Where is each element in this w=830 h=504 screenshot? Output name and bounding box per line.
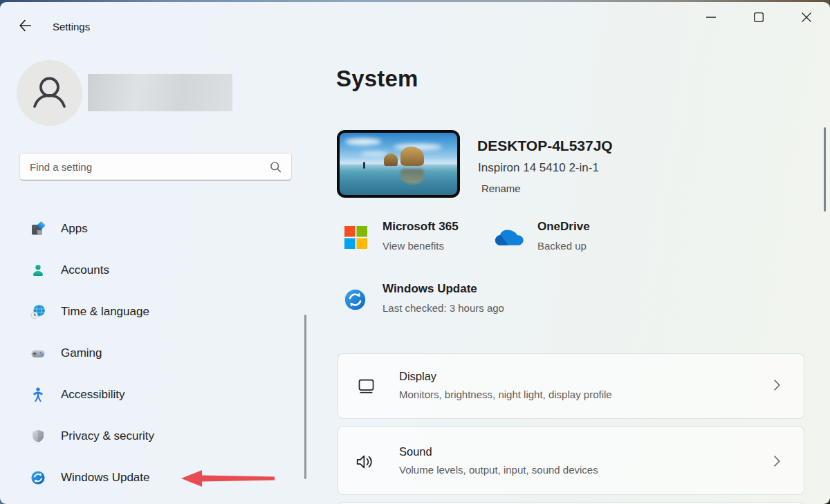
device-model: Inspiron 14 5410 2-in-1 (478, 161, 599, 175)
sidebar-item-apps[interactable]: Apps (11, 214, 296, 244)
sidebar-item-label: Accounts (61, 263, 109, 277)
page-title: System (336, 66, 418, 92)
windows-update-icon (30, 470, 46, 485)
windows-update-badge[interactable]: Windows Update Last checked: 3 hours ago (344, 282, 504, 314)
onedrive-icon (495, 229, 524, 252)
minimize-icon (706, 17, 716, 18)
search-box[interactable] (19, 153, 292, 180)
main-scrollbar[interactable] (824, 127, 826, 212)
card-subtitle: Monitors, brightness, night light, displ… (399, 389, 612, 400)
back-arrow-icon (18, 19, 33, 32)
time-language-icon (30, 304, 46, 319)
app-title: Settings (53, 21, 90, 32)
badge-title: Windows Update (382, 282, 504, 296)
device-wallpaper-thumbnail (337, 130, 460, 198)
badge-title: OneDrive (537, 220, 590, 234)
caption-controls (687, 2, 830, 32)
sidebar-item-label: Windows Update (61, 471, 150, 485)
close-button[interactable] (782, 2, 830, 32)
card-subtitle: Volume levels, output, input, sound devi… (399, 464, 598, 476)
sidebar-item-label: Gaming (61, 346, 102, 360)
annotation-red-arrow (181, 469, 276, 488)
person-icon (17, 60, 82, 126)
sidebar-item-label: Apps (61, 222, 88, 236)
privacy-security-icon (30, 429, 46, 444)
settings-window: Settings (0, 2, 830, 504)
close-icon (802, 12, 811, 22)
sidebar-item-privacy-security[interactable]: Privacy & security (11, 421, 296, 451)
display-card[interactable]: Display Monitors, brightness, night ligh… (338, 353, 804, 419)
accounts-icon (30, 263, 46, 278)
sidebar-item-label: Accessibility (61, 388, 125, 402)
search-icon (270, 161, 282, 173)
badge-subtitle: Last checked: 3 hours ago (382, 302, 504, 314)
avatar[interactable] (17, 60, 82, 126)
back-button[interactable] (11, 12, 39, 39)
onedrive-badge[interactable]: OneDrive Backed up (495, 220, 590, 252)
sidebar-item-label: Time & language (61, 305, 149, 319)
badge-title: Microsoft 365 (382, 220, 459, 234)
maximize-icon (754, 12, 764, 22)
gaming-icon (30, 346, 46, 361)
sidebar-item-label: Privacy & security (61, 429, 154, 443)
sidebar-item-gaming[interactable]: Gaming (11, 338, 296, 368)
apps-icon (30, 221, 46, 236)
search-input[interactable] (20, 161, 270, 173)
maximize-button[interactable] (735, 2, 782, 32)
sound-card[interactable]: Sound Volume levels, output, input, soun… (338, 426, 804, 495)
sidebar-item-time-language[interactable]: Time & language (11, 297, 296, 327)
display-icon (356, 376, 376, 396)
chevron-right-icon (774, 380, 780, 391)
titlebar: Settings (0, 2, 830, 44)
microsoft-365-icon (344, 226, 367, 252)
device-name: DESKTOP-4L537JQ (477, 138, 613, 154)
sidebar-item-accounts[interactable]: Accounts (11, 255, 296, 286)
accessibility-icon (30, 387, 46, 402)
rename-button[interactable]: Rename (481, 183, 521, 194)
card-title: Sound (399, 445, 432, 458)
badge-subtitle[interactable]: View benefits (382, 240, 459, 252)
minimize-button[interactable] (687, 2, 735, 32)
card-title: Display (399, 370, 436, 383)
badge-subtitle: Backed up (537, 240, 590, 252)
chevron-right-icon (774, 456, 780, 467)
windows-update-icon (344, 288, 367, 314)
sound-icon (355, 451, 376, 472)
sidebar-scrollbar[interactable] (304, 315, 306, 479)
microsoft-365-badge[interactable]: Microsoft 365 View benefits (344, 220, 459, 252)
sidebar-item-accessibility[interactable]: Accessibility (11, 380, 296, 410)
account-name-redacted (88, 74, 232, 111)
